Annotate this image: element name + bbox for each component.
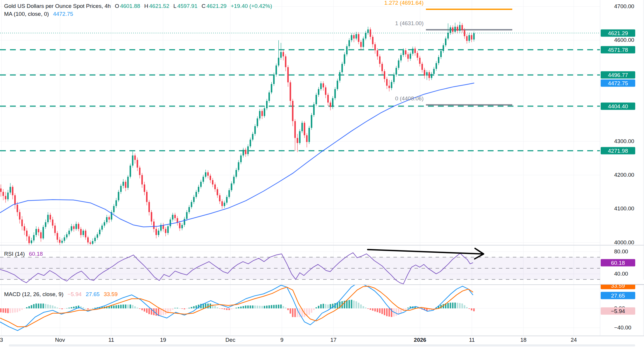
axis-price-badge: 4404.40: [601, 103, 635, 110]
fib-level-label[interactable]: 1 (4631.00): [395, 20, 424, 27]
symbol-title: Gold US Dollars per Ounce Spot Prices, 4…: [4, 3, 111, 9]
rsi-legend: RSI (14) 60.18: [4, 251, 43, 257]
time-axis-label: 11: [469, 337, 475, 343]
main-legend: Gold US Dollars per Ounce Spot Prices, 4…: [4, 3, 272, 9]
axis-price-badge: 4621.29: [601, 30, 635, 37]
axis-price-badge: −5.94: [601, 308, 635, 315]
axis-price-badge: 60.18: [601, 259, 635, 267]
price-axis-label: 4200.00: [614, 172, 634, 178]
price-axis-label: 40.00: [614, 271, 628, 277]
time-axis-label: 24: [571, 337, 577, 343]
ohlc-close: C4621.29: [202, 3, 227, 9]
time-axis-label: 3: [0, 337, 3, 343]
time-axis-label: Dec: [225, 337, 235, 343]
pane-separator: [600, 284, 644, 285]
axis-price-badge: 4571.78: [601, 46, 635, 54]
macd-label: MACD (12, 26, close, 9): [4, 291, 64, 298]
tradingview-chart: Gold US Dollars per Ounce Spot Prices, 4…: [0, 0, 644, 347]
time-axis-label: 17: [330, 337, 336, 343]
price-axis-label: −40.00: [614, 324, 631, 331]
time-axis-label: 2026: [414, 337, 426, 343]
macd-line-value: 27.65: [86, 291, 100, 298]
ma-legend: MA (100, close, 0) 4472.75: [4, 11, 73, 17]
axis-price-badge: 27.65: [601, 292, 635, 299]
axis-price-badge: 4496.77: [601, 71, 635, 79]
fib-level-label[interactable]: 0 (4408.06): [395, 95, 424, 102]
ohlc-high: H4621.52: [144, 3, 169, 9]
price-axis-label: 80.00: [614, 248, 628, 255]
ma-label: MA (100, close, 0): [4, 11, 49, 17]
axis-price-badge: 4271.98: [601, 147, 635, 154]
price-axis-label: 4700.00: [614, 3, 634, 10]
ohlc-low: L4597.91: [173, 3, 197, 9]
price-axis-label: 4600.00: [614, 37, 634, 43]
ma-value: 4472.75: [53, 11, 73, 17]
time-axis-label: 18: [520, 337, 526, 343]
macd-hist-value: −5.94: [68, 291, 82, 298]
time-axis-label: Nov: [55, 337, 65, 343]
price-axis-label: 4000.00: [614, 239, 634, 246]
time-axis-label: 11: [108, 337, 114, 343]
change-value: +19.40 (+0.42%): [231, 3, 272, 9]
rsi-value: 60.18: [29, 251, 43, 257]
price-axis-label: 4100.00: [614, 205, 634, 212]
axis-price-badge: 4472.75: [601, 80, 635, 87]
horizontal-scrollbar[interactable]: [9, 344, 635, 346]
axis-clip-patch: [600, 280, 644, 284]
rsi-label: RSI (14): [4, 251, 25, 257]
time-axis-label: 9: [280, 337, 284, 343]
macd-legend: MACD (12, 26, close, 9) −5.94 27.65 33.5…: [4, 291, 118, 298]
macd-signal-value: 33.59: [104, 291, 118, 298]
time-axis-label: 19: [160, 337, 166, 343]
fib-level-label[interactable]: 1.272 (4691.64): [384, 0, 424, 6]
ohlc-open: O4601.88: [115, 3, 140, 9]
price-axis-label: 4300.00: [614, 138, 634, 145]
